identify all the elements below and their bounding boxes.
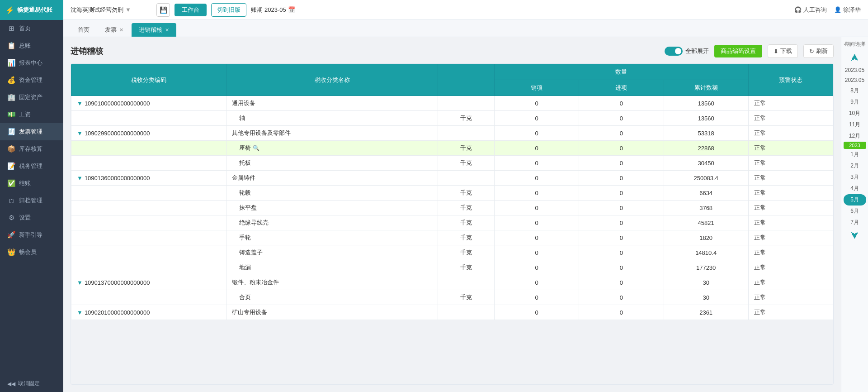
cell-warning: 正常: [748, 305, 833, 320]
sidebar-item-ledger[interactable]: 📋总账: [0, 37, 63, 54]
page-actions: 全部展开 商品编码设置 ⬇ 下载 ↻ 刷新: [665, 44, 834, 58]
period-up-arrow[interactable]: ⮝: [851, 53, 859, 62]
switch-version-button[interactable]: 切到旧版: [211, 3, 246, 17]
sidebar-item-home[interactable]: ⊞首页: [0, 20, 63, 37]
cell-sales: 0: [495, 215, 579, 230]
sidebar-label-reports: 报表中心: [19, 59, 42, 67]
cell-unit: 千克: [438, 141, 495, 156]
cell-name: 通用设备: [226, 96, 438, 111]
search-icon[interactable]: 🔍: [253, 145, 259, 151]
calendar-icon[interactable]: 📅: [288, 6, 295, 13]
tab-invoice-close-icon[interactable]: ✕: [119, 27, 123, 33]
collapse-icon[interactable]: ▼: [77, 100, 83, 107]
workbench-button[interactable]: 工作台: [175, 4, 207, 16]
sidebar-unpin[interactable]: ◀◀ 取消固定: [0, 375, 63, 392]
period-down-arrow[interactable]: ⮟: [851, 231, 859, 240]
table-body: ▼10901000000000000000 通用设备 0 0 13560 正常 …: [71, 96, 833, 320]
product-code-settings-button[interactable]: 商品编码设置: [714, 45, 762, 57]
tab-home[interactable]: 首页: [71, 23, 97, 37]
table-row: 地漏 千克 0 0 177230 正常: [71, 260, 833, 275]
period-item[interactable]: 2023: [844, 142, 866, 149]
sidebar-item-assets[interactable]: 🏢固定资产: [0, 89, 63, 106]
tab-reconcile[interactable]: 进销稽核 ✕: [132, 23, 176, 37]
cell-name: 锻件、粉末冶金件: [226, 275, 438, 290]
cell-total: 45821: [664, 215, 748, 230]
app-name: 畅捷通易代账: [17, 6, 52, 14]
period-item[interactable]: 1月: [844, 149, 866, 160]
sidebar-item-settings[interactable]: ⚙设置: [0, 209, 63, 226]
tab-reconcile-close-icon[interactable]: ✕: [165, 27, 169, 33]
content: 进销稽核 全部展开 商品编码设置 ⬇ 下载 ↻ 刷新: [63, 37, 868, 392]
cell-warning: 正常: [748, 96, 833, 111]
sidebar-item-inventory[interactable]: 📦库存核算: [0, 140, 63, 158]
sidebar-item-finance[interactable]: 💰资金管理: [0, 72, 63, 89]
period-item[interactable]: 8月: [844, 85, 866, 96]
sidebar-nav: ⊞首页📋总账📊报表中心💰资金管理🏢固定资产💵工资🧾发票管理📦库存核算📝税务管理✅…: [0, 20, 63, 375]
sidebar-item-invoice[interactable]: 🧾发票管理: [0, 123, 63, 140]
cell-purchase: 0: [579, 260, 664, 275]
company-selector[interactable]: 沈海英测试经营勿删 ▼: [71, 6, 152, 14]
sidebar-item-member[interactable]: 👑畅会员: [0, 244, 63, 261]
sidebar-label-tax: 税务管理: [19, 162, 42, 170]
collapse-icon[interactable]: ▼: [77, 279, 83, 286]
cell-name: 轴: [226, 111, 438, 126]
period-item[interactable]: 3月: [844, 172, 866, 183]
save-icon: 💾: [160, 6, 167, 14]
sidebar-label-invoice: 发票管理: [19, 128, 42, 136]
cell-purchase: 0: [579, 141, 664, 156]
cell-name: 合页: [226, 290, 438, 305]
collapse-icon[interactable]: ▼: [77, 309, 83, 316]
expand-panel-button[interactable]: ⤢: [843, 40, 848, 47]
period-item[interactable]: 4月: [844, 183, 866, 194]
sidebar-item-archive[interactable]: 🗂归档管理: [0, 192, 63, 209]
cell-code: ▼10901360000000000000: [71, 171, 226, 186]
close-panel-button[interactable]: ✕: [861, 40, 866, 47]
table-row: ▼10901360000000000000 金属铸件 0 0 250083.4 …: [71, 171, 833, 186]
refresh-button[interactable]: ↻ 刷新: [803, 44, 834, 58]
period-item[interactable]: 7月: [844, 217, 866, 228]
period-item[interactable]: 2023.05: [844, 65, 866, 75]
expand-toggle-label: 全部展开: [685, 47, 709, 55]
period-item[interactable]: 9月: [844, 96, 866, 108]
period-item[interactable]: 10月: [844, 108, 866, 119]
period-item[interactable]: 12月: [844, 130, 866, 142]
collapse-icon[interactable]: ▼: [77, 130, 83, 137]
sidebar-item-tax[interactable]: 📝税务管理: [0, 158, 63, 175]
cell-total: 53318: [664, 126, 748, 141]
save-button[interactable]: 💾: [156, 3, 170, 17]
sidebar-item-salary[interactable]: 💵工资: [0, 106, 63, 123]
cell-code: [71, 111, 226, 126]
sidebar-item-guide[interactable]: 🚀新手引导: [0, 226, 63, 244]
sidebar-label-assets: 固定资产: [19, 93, 42, 101]
customer-service[interactable]: 🎧 人工咨询: [794, 6, 827, 14]
sidebar-item-closing[interactable]: ✅结账: [0, 175, 63, 192]
tab-invoice[interactable]: 发票 ✕: [98, 23, 131, 37]
period-item[interactable]: 5月: [844, 194, 866, 206]
headset-icon: 🎧: [794, 6, 802, 13]
expand-toggle[interactable]: [665, 47, 683, 56]
archive-icon: 🗂: [7, 197, 15, 205]
cell-unit: 千克: [438, 260, 495, 275]
period-item[interactable]: 2023.05: [844, 75, 866, 85]
cell-code: [71, 260, 226, 275]
user-menu[interactable]: 👤 徐泽华: [834, 6, 861, 14]
cell-total: 13560: [664, 111, 748, 126]
collapse-icon[interactable]: ▼: [77, 175, 83, 182]
cell-unit: 千克: [438, 186, 495, 201]
download-button[interactable]: ⬇ 下载: [768, 44, 798, 58]
cell-sales: 0: [495, 275, 579, 290]
sidebar-item-reports[interactable]: 📊报表中心: [0, 54, 63, 72]
cell-sales: 0: [495, 171, 579, 186]
cell-unit: 千克: [438, 215, 495, 230]
period-item[interactable]: 6月: [844, 206, 866, 217]
cell-unit: 千克: [438, 245, 495, 260]
cell-unit: [438, 275, 495, 290]
period-item[interactable]: 11月: [844, 119, 866, 130]
period-item[interactable]: 2月: [844, 160, 866, 172]
cell-total: 6634: [664, 186, 748, 201]
sidebar-label-ledger: 总账: [19, 42, 31, 50]
cell-sales: 0: [495, 305, 579, 320]
page-header: 进销稽核 全部展开 商品编码设置 ⬇ 下载 ↻ 刷新: [71, 44, 834, 58]
cell-total: 3768: [664, 201, 748, 215]
content-main: 进销稽核 全部展开 商品编码设置 ⬇ 下载 ↻ 刷新: [63, 37, 841, 392]
